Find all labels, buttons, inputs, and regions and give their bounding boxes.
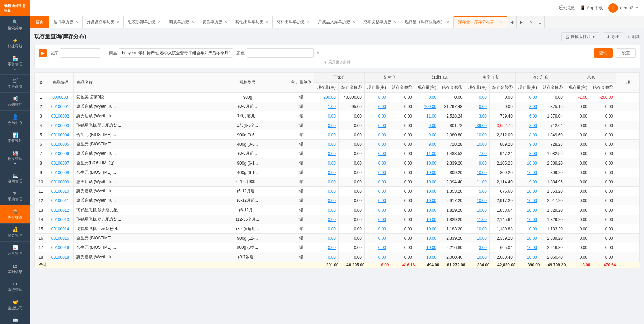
cell-yb-qty[interactable]: 10.00 [516, 168, 540, 177]
sidebar-item-retail-stat[interactable]: 📊 零售统计 [0, 129, 30, 147]
cell-yb-qty[interactable]: 9.00 [516, 177, 540, 187]
tab-close-6[interactable]: ✕ [266, 20, 268, 24]
tab-prev-btn[interactable]: ◀ [507, 16, 517, 28]
cell-yb-qty[interactable]: 10.00 [516, 196, 540, 205]
cell-na-qty[interactable]: 0.00 [465, 93, 490, 102]
sidebar-item-inventory[interactable]: 📦 库存核算 [0, 205, 30, 224]
tab-close-9[interactable]: ✕ [393, 20, 396, 24]
cell-fj-qty[interactable]: 0.00 [314, 224, 339, 234]
cell-na-qty[interactable]: 10.00 [465, 252, 490, 262]
tab-inventory-distribution[interactable]: 现存量（库存分布表） ✕ [454, 16, 507, 28]
tab-expand-btn[interactable]: ⊞ [535, 16, 545, 28]
tab-home[interactable]: 首页 [30, 16, 49, 28]
cell-lc-qty[interactable]: 0.00 [365, 149, 389, 158]
tab-inventory-status[interactable]: 现存量（库存状况表） ✕ [400, 16, 454, 28]
cell-na-qty[interactable]: 10.00 [465, 234, 490, 243]
cell-fj-qty[interactable]: 0.00 [314, 187, 339, 196]
cell-yb-qty[interactable]: 10.00 [516, 234, 540, 243]
cell-fj-qty[interactable]: 0.00 [314, 121, 339, 130]
sidebar-item-member[interactable]: 👤 会员中心 [0, 111, 30, 129]
tab-other-outbound[interactable]: 其他出库单历史 ✕ [231, 16, 273, 28]
cell-jb-qty[interactable]: 10.00 [415, 196, 439, 205]
cell-lc-qty[interactable]: 0.00 [365, 252, 389, 262]
sidebar-item-retail-mgmt[interactable]: 🏪 零售管理 ▲ [0, 52, 30, 75]
tab-close-all-btn[interactable]: ✕ [526, 16, 535, 28]
tab-requisition[interactable]: 要货单历史 ✕ [198, 16, 231, 28]
cell-lc-qty[interactable]: 0.00 [365, 93, 389, 102]
cell-lc-qty[interactable]: 0.00 [365, 187, 389, 196]
cell-fj-qty[interactable]: 0.00 [314, 149, 339, 158]
user-avatar[interactable]: D demo2 ▼ [608, 3, 639, 13]
cell-jb-qty[interactable]: 9.00 [415, 121, 439, 130]
cell-fj-qty[interactable]: 0.00 [314, 196, 339, 205]
tab-close-11[interactable]: ✕ [500, 20, 503, 24]
cell-fj-qty[interactable]: 0.00 [314, 215, 339, 224]
warehouse-input[interactable] [60, 48, 100, 58]
cell-lc-qty[interactable]: 0.00 [365, 102, 389, 111]
col-header-settings[interactable]: ⚙ [35, 73, 47, 93]
cell-jb-qty[interactable]: 10.00 [415, 252, 439, 262]
cell-fj-qty[interactable]: 200.00 [314, 93, 339, 102]
sidebar-item-enterprise[interactable]: 🤝 企业协同 [0, 296, 30, 314]
cell-fj-qty[interactable]: 0.00 [314, 177, 339, 187]
message-link[interactable]: 💬 消息 [559, 5, 575, 11]
cell-fj-qty[interactable]: 0.00 [314, 252, 339, 262]
cell-na-qty[interactable]: 0.00 [465, 102, 490, 111]
cell-yb-qty[interactable]: 10.00 [516, 252, 540, 262]
cell-jb-qty[interactable]: 10.00 [415, 224, 439, 234]
cell-na-qty[interactable]: 11.00 [465, 215, 490, 224]
sidebar-item-search[interactable]: 🔍 搜索英单 [0, 16, 30, 34]
tab-close-4[interactable]: ✕ [191, 20, 194, 24]
sidebar-item-system[interactable]: ⚙ 系统管理 [0, 278, 30, 296]
cell-jb-qty[interactable]: 10.00 [415, 234, 439, 243]
warehouse-ellipsis-icon[interactable]: ··· [102, 51, 106, 55]
cell-lc-qty[interactable]: 0.00 [365, 196, 389, 205]
cell-fj-qty[interactable]: 0.00 [314, 130, 339, 140]
tab-transfer[interactable]: 调拨单历史 ✕ [165, 16, 198, 28]
cell-na-qty[interactable]: 10.00 [465, 196, 490, 205]
color-input[interactable] [247, 48, 314, 58]
cell-yb-qty[interactable]: 8.00 [516, 121, 540, 130]
cell-lc-qty[interactable]: 0.00 [365, 243, 389, 252]
cell-na-qty[interactable]: 9.00 [465, 158, 490, 168]
sidebar-item-retail-mall[interactable]: 🛒 零售商城 [0, 75, 30, 93]
sidebar-item-wholesale[interactable]: 🏭 批发管理 ▼ [0, 147, 30, 169]
query-button[interactable]: 查询 [594, 48, 613, 58]
tab-next-btn[interactable]: ▶ [517, 16, 526, 28]
tab-close-2[interactable]: ✕ [117, 20, 119, 24]
cell-yb-qty[interactable]: 10.00 [516, 243, 540, 252]
cell-fj-qty[interactable]: 0.00 [314, 168, 339, 177]
cell-na-qty[interactable]: 10.00 [465, 130, 490, 140]
cell-yb-qty[interactable]: 10.00 [516, 224, 540, 234]
cell-yb-qty[interactable]: 3.00 [516, 102, 540, 111]
cell-fj-qty[interactable]: 0.00 [314, 158, 339, 168]
cell-fj-qty[interactable]: 1.00 [314, 102, 339, 111]
sidebar-item-guide[interactable]: 📖 新手引导 [0, 314, 30, 324]
refresh-button[interactable]: ↻ 刷新 [627, 34, 640, 40]
tab-close-1[interactable]: ✕ [75, 20, 78, 24]
tab-cost-adjust[interactable]: 成本调整单历史 ✕ [359, 16, 400, 28]
cell-yb-qty[interactable]: 0.00 [516, 93, 540, 102]
cell-na-qty[interactable]: 10.00 [465, 205, 490, 215]
cell-fj-qty[interactable]: 0.00 [314, 205, 339, 215]
tab-close-5[interactable]: ✕ [224, 20, 227, 24]
print-button[interactable]: 🖨 按模版打印 ▼ [561, 32, 599, 41]
cell-na-qty[interactable]: 3.00 [465, 111, 490, 121]
cell-na-qty[interactable]: -39.00 [465, 121, 490, 130]
sidebar-item-basic[interactable]: 🗂 基础信息 [0, 260, 30, 278]
cell-na-qty[interactable]: 10.00 [465, 140, 490, 149]
cell-lc-qty[interactable]: 0.00 [365, 130, 389, 140]
app-download-link[interactable]: 📱 App下载 [580, 5, 603, 11]
cell-jb-qty[interactable]: 9.00 [415, 130, 439, 140]
sidebar-item-finance[interactable]: 💰 资金管理 [0, 224, 30, 242]
tab-partial-stockcount[interactable]: 分盘盘点单历史 ✕ [83, 16, 124, 28]
cell-lc-qty[interactable]: 0.00 [365, 158, 389, 168]
sidebar-item-operation[interactable]: 📈 经营管理 [0, 242, 30, 260]
tab-stockcount-history[interactable]: 盘点单历史 ✕ [49, 16, 83, 28]
cell-jb-qty[interactable]: 109.00 [415, 102, 439, 111]
export-button[interactable]: ⬇ 导出 [603, 32, 623, 41]
cell-lc-qty[interactable]: 0.00 [365, 205, 389, 215]
sidebar-item-purchase[interactable]: 🛍 采购管理 [0, 187, 30, 205]
cell-jb-qty[interactable]: 9.00 [415, 140, 439, 149]
cell-lc-qty[interactable]: 0.00 [365, 215, 389, 224]
